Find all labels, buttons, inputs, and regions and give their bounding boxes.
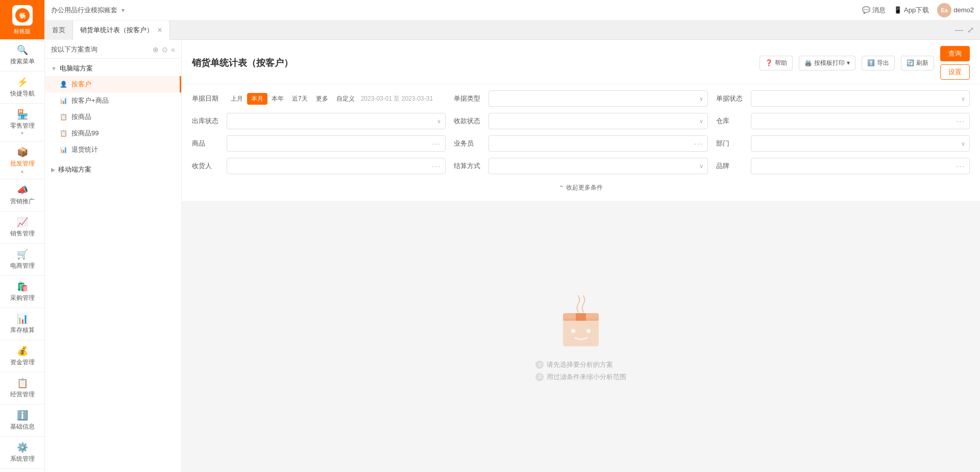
sidebar-item-search[interactable]: 🔍 搜索菜单 — [0, 39, 44, 72]
empty-tip-2: ② 用过滤条件来缩小分析范围 — [535, 372, 626, 382]
goods-input[interactable]: ··· — [227, 135, 446, 152]
scheme-item-return-stats[interactable]: 📊 退货统计 — [45, 141, 181, 158]
tip-text-1: 请先选择要分析的方案 — [547, 360, 613, 369]
scheme-item-goods99[interactable]: 📋 按商品99 — [45, 125, 181, 141]
tab-home[interactable]: 首页 — [45, 20, 73, 40]
doc-type-input[interactable]: ∨ — [488, 90, 707, 107]
print-dropdown-icon: ▾ — [847, 59, 850, 66]
goods-label: 商品 — [192, 139, 223, 148]
sidebar-item-purchase[interactable]: 🛍️ 采购管理 — [0, 276, 44, 308]
right-panel: 销货单统计表（按客户） ❓ 帮助 🖨️ 按模板打印 ▾ ⬆️ 导出 — [182, 40, 980, 472]
department-input[interactable]: ∨ — [751, 135, 970, 152]
app-logo: 畅 标账版 — [0, 0, 44, 39]
date-btn-this-month[interactable]: 本月 — [247, 93, 267, 105]
svg-rect-2 — [563, 318, 599, 346]
message-label: 消息 — [872, 6, 886, 15]
date-btn-custom[interactable]: 自定义 — [332, 92, 359, 105]
chevron-up-icon: ▴ — [21, 168, 23, 174]
empty-tips: ① 请先选择要分析的方案 ② 用过滤条件来缩小分析范围 — [535, 360, 626, 382]
scheme-item-customer[interactable]: 👤 按客户 — [45, 76, 181, 92]
warehouse-input[interactable]: ··· — [751, 113, 970, 129]
out-status-input[interactable]: ∨ — [227, 113, 446, 129]
tab-bar: 首页 销货单统计表（按客户） ✕ — ⤢ — [45, 20, 980, 40]
out-status-label: 出库状态 — [192, 116, 223, 126]
scheme-item-goods[interactable]: 📋 按商品 — [45, 109, 181, 125]
sidebar-item-basicinfo[interactable]: ℹ️ 基础信息 — [0, 405, 44, 437]
sidebar-item-system[interactable]: ⚙️ 系统管理 — [0, 437, 44, 469]
download-icon: 📱 — [894, 6, 902, 14]
group-expand-icon: ▼ — [51, 65, 57, 72]
refresh-icon: 🔄 — [906, 59, 914, 66]
consignee-input[interactable]: ··· — [227, 158, 446, 174]
tab-minimize-icon[interactable]: — — [955, 26, 963, 35]
print-button[interactable]: 🖨️ 按模板打印 ▾ — [799, 56, 855, 70]
salesperson-input[interactable]: ··· — [488, 135, 707, 152]
help-button[interactable]: ❓ 帮助 — [760, 56, 793, 70]
wholesale-icon: 📦 — [17, 147, 28, 158]
export-button[interactable]: ⬆️ 导出 — [862, 56, 895, 70]
tab-sales-stats[interactable]: 销货单统计表（按客户） ✕ — [73, 20, 170, 40]
sidebar-item-marketing[interactable]: 📣 营销推广 — [0, 179, 44, 211]
tab-maximize-icon[interactable]: ⤢ — [967, 25, 974, 35]
scheme-group-mobile-header[interactable]: ▶ 移动端方案 — [45, 162, 181, 177]
content-area: 按以下方案查询 ⊕ ⊙ « ▼ 电脑端方案 👤 按客户 📊 — [45, 40, 980, 472]
right-header-btns: 查询 设置 — [940, 46, 970, 80]
sidebar-item-ecommerce[interactable]: 🛒 电商管理 — [0, 244, 44, 276]
svg-point-6 — [586, 329, 591, 333]
chevron-down-icon: ▾ — [21, 130, 23, 136]
sidebar-item-retail[interactable]: 🏪 零售管理 ▾ — [0, 104, 44, 141]
logo-icon: 畅 — [12, 5, 33, 26]
message-button[interactable]: 💬 消息 — [862, 6, 886, 15]
sidebar-item-finance[interactable]: 💰 资金管理 — [0, 340, 44, 372]
scheme-item-customer-goods[interactable]: 📊 按客户+商品 — [45, 92, 181, 109]
settings-button[interactable]: 设置 — [940, 64, 970, 80]
sidebar-item-label: 基础信息 — [10, 422, 35, 431]
collapse-bar[interactable]: ⌃ 收起更多条件 — [192, 180, 970, 195]
data-content: ① 请先选择要分析的方案 ② 用过滤条件来缩小分析范围 — [182, 202, 980, 472]
settlement-input[interactable]: ∨ — [488, 158, 707, 174]
scheme-group-mobile: ▶ 移动端方案 — [45, 160, 181, 179]
query-button[interactable]: 查询 — [940, 46, 970, 61]
user-profile[interactable]: Ea demo2 — [937, 3, 974, 17]
add-scheme-icon[interactable]: ⊕ — [153, 45, 159, 54]
out-status-arrow-icon: ∨ — [437, 118, 441, 125]
help-label: 帮助 — [775, 59, 787, 67]
scheme-item-customer-goods-label: 按客户+商品 — [71, 96, 109, 105]
sidebar-item-label: 系统管理 — [10, 455, 35, 463]
sidebar-item-quicknav[interactable]: ⚡ 快捷导航 — [0, 72, 44, 104]
warehouse-dots-icon: ··· — [956, 117, 965, 125]
print-label: 按模板打印 — [814, 59, 845, 67]
refresh-button[interactable]: 🔄 刷新 — [901, 56, 934, 70]
sidebar-item-sales[interactable]: 📈 销售管理 — [0, 211, 44, 244]
sidebar-item-collab[interactable]: 🤝 企业协同 — [0, 469, 44, 472]
app-download-button[interactable]: 📱 App下载 — [894, 6, 929, 15]
receipt-status-input[interactable]: ∨ — [488, 113, 707, 129]
filter-warehouse: 仓库 ··· — [716, 113, 970, 129]
sidebar-item-inventory[interactable]: 📊 库存核算 — [0, 308, 44, 340]
tip-num-1: ① — [535, 361, 544, 369]
date-btn-7days[interactable]: 近7天 — [288, 92, 312, 105]
doc-type-label: 单据类型 — [454, 94, 484, 103]
scheme-group-desktop: ▼ 电脑端方案 👤 按客户 📊 按客户+商品 📋 按商品 📋 按商 — [45, 59, 181, 160]
sidebar-item-management[interactable]: 📋 经营管理 — [0, 372, 44, 405]
date-btn-more[interactable]: 更多 — [312, 92, 332, 105]
svg-rect-4 — [576, 313, 586, 321]
doc-status-arrow-icon: ∨ — [961, 96, 965, 102]
sidebar-item-label: 快捷导航 — [10, 89, 35, 98]
tab-close-icon[interactable]: ✕ — [157, 27, 162, 34]
doc-status-input[interactable]: ∨ — [751, 90, 970, 107]
industry-dropdown[interactable]: ▾ — [121, 7, 125, 14]
date-btn-this-year[interactable]: 本年 — [267, 92, 288, 105]
scheme-group-desktop-header[interactable]: ▼ 电脑端方案 — [45, 61, 181, 76]
collapse-panel-icon[interactable]: « — [171, 45, 175, 54]
date-btn-last-month[interactable]: 上月 — [227, 92, 247, 105]
settings-scheme-icon[interactable]: ⊙ — [162, 45, 168, 54]
quicknav-icon: ⚡ — [17, 77, 28, 88]
scheme-item-return-stats-label: 退货统计 — [71, 145, 98, 154]
sidebar-item-wholesale[interactable]: 📦 批发管理 ▴ — [0, 141, 44, 179]
customer-goods-icon: 📊 — [59, 97, 67, 105]
collapse-arrow-icon: ⌃ — [559, 184, 564, 192]
brand-input[interactable]: ··· — [751, 158, 970, 174]
ecommerce-icon: 🛒 — [17, 249, 28, 260]
left-panel-header: 按以下方案查询 ⊕ ⊙ « — [45, 40, 181, 59]
